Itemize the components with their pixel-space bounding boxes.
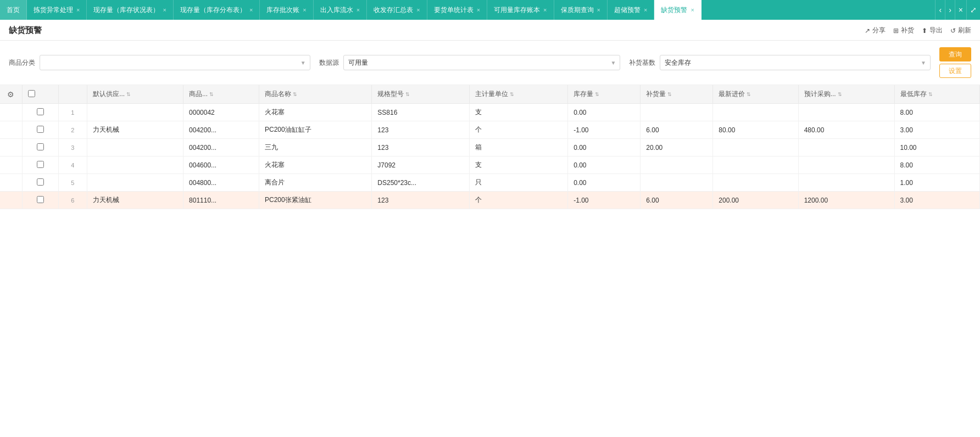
product-name-column-header[interactable]: 商品名称 ⇅: [259, 85, 372, 104]
replenish-select[interactable]: 安全库存 最低库存: [660, 55, 931, 70]
unit-column-header[interactable]: 主计量单位 ⇅: [470, 85, 568, 104]
spec-column-header[interactable]: 规格型号 ⇅: [372, 85, 470, 104]
row-gear-cell: [0, 121, 22, 139]
settings-button[interactable]: 设置: [939, 64, 971, 78]
row-product-name: 火花塞: [259, 104, 372, 121]
row-checkbox[interactable]: [37, 108, 44, 115]
checkbox-column-header: [22, 85, 58, 104]
tab-available-ledger[interactable]: 可用量库存账本 ×: [487, 0, 554, 20]
row-checkbox[interactable]: [37, 178, 44, 186]
row-product-code: 004200...: [183, 121, 259, 139]
close-icon[interactable]: ×: [477, 7, 480, 13]
row-number: 3: [58, 139, 87, 156]
select-all-checkbox[interactable]: [28, 90, 35, 97]
category-select[interactable]: [40, 55, 310, 70]
row-checkbox[interactable]: [37, 126, 44, 133]
close-icon[interactable]: ×: [76, 7, 80, 13]
tab-requisition-stats[interactable]: 要货单统计表 ×: [427, 0, 487, 20]
gear-column-header: ⚙: [0, 85, 22, 104]
tab-close-all[interactable]: ×: [955, 0, 966, 20]
tab-expiry-query[interactable]: 保质期查询 ×: [554, 0, 608, 20]
row-estimated-purchase: 480.00: [798, 121, 894, 139]
row-product-name: 三九: [259, 139, 372, 156]
close-icon[interactable]: ×: [597, 7, 600, 13]
close-icon[interactable]: ×: [163, 7, 166, 13]
row-min-stock: 3.00: [894, 121, 980, 139]
min-stock-column-header[interactable]: 最低库存 ⇅: [894, 85, 980, 104]
table-header-row: ⚙ 默认供应... ⇅ 商品...: [0, 85, 980, 104]
close-icon[interactable]: ×: [357, 7, 360, 13]
row-default-supplier: 力天机械: [87, 192, 183, 209]
row-checkbox[interactable]: [37, 196, 44, 203]
row-checkbox-cell: [22, 174, 58, 192]
row-num-column-header: [58, 85, 87, 104]
restock-button[interactable]: ⊞ 补货: [893, 26, 914, 35]
close-icon[interactable]: ×: [249, 7, 253, 13]
replenish-select-wrapper: 安全库存 最低库存 ▼: [660, 55, 931, 70]
page-header: 缺货预警 ↗ 分享 ⊞ 补货 ⬆ 导出 ↺ 刷新: [0, 20, 980, 41]
query-button[interactable]: 查询: [939, 47, 971, 61]
sort-icon: ⇅: [405, 92, 410, 97]
row-stock-qty: 0.00: [568, 156, 641, 174]
close-icon[interactable]: ×: [416, 7, 420, 13]
row-default-supplier: [87, 104, 183, 121]
row-checkbox-cell: [22, 156, 58, 174]
row-checkbox-cell: [22, 104, 58, 121]
tab-scroll-right[interactable]: ›: [945, 0, 955, 20]
table-row: 3 004200... 三九 123 箱 0.00 20.00 10.00: [0, 139, 980, 156]
tab-stock-status[interactable]: 现存量（库存状况表） ×: [87, 0, 173, 20]
product-code-column-header[interactable]: 商品... ⇅: [183, 85, 259, 104]
row-replenish-qty: [641, 104, 713, 121]
tab-receive-summary[interactable]: 收发存汇总表 ×: [367, 0, 427, 20]
row-replenish-qty: 6.00: [641, 192, 713, 209]
replenish-qty-column-header[interactable]: 补货量 ⇅: [641, 85, 713, 104]
latest-price-column-header[interactable]: 最新进价 ⇅: [713, 85, 798, 104]
row-unit: 个: [470, 121, 568, 139]
shortage-warning-table: ⚙ 默认供应... ⇅ 商品...: [0, 85, 980, 209]
tab-home[interactable]: 首页: [0, 0, 27, 20]
row-unit: 个: [470, 192, 568, 209]
datasource-select[interactable]: 可用量 库存量: [343, 55, 621, 70]
export-button[interactable]: ⬆ 导出: [922, 26, 943, 35]
tab-inout-flow[interactable]: 出入库流水 ×: [314, 0, 367, 20]
tab-shortage-warning[interactable]: 缺货预警 ×: [654, 0, 701, 20]
export-icon: ⬆: [922, 27, 927, 35]
row-product-name: PC200油缸缸子: [259, 121, 372, 139]
row-default-supplier: [87, 174, 183, 192]
row-checkbox[interactable]: [37, 161, 44, 168]
close-icon[interactable]: ×: [543, 7, 547, 13]
tab-stock-distribution[interactable]: 现存量（库存分布表） ×: [174, 0, 260, 20]
default-supplier-column-header[interactable]: 默认供应... ⇅: [87, 85, 183, 104]
tab-scroll-left[interactable]: ‹: [935, 0, 945, 20]
row-gear-cell: [0, 156, 22, 174]
close-icon[interactable]: ×: [303, 7, 306, 13]
row-replenish-qty: 6.00: [641, 121, 713, 139]
row-stock-qty: 0.00: [568, 139, 641, 156]
row-checkbox[interactable]: [37, 143, 44, 150]
row-number: 4: [58, 156, 87, 174]
table-container: ⚙ 默认供应... ⇅ 商品...: [0, 85, 980, 209]
tab-overstock-warning[interactable]: 超储预警 ×: [608, 0, 654, 20]
sort-icon: ⇅: [667, 92, 672, 97]
stock-qty-column-header[interactable]: 库存量 ⇅: [568, 85, 641, 104]
sort-icon: ⇅: [209, 92, 214, 97]
row-default-supplier: [87, 139, 183, 156]
tab-expand[interactable]: ⤢: [966, 0, 980, 20]
close-icon[interactable]: ×: [644, 7, 647, 13]
gear-icon[interactable]: ⚙: [7, 90, 14, 99]
share-button[interactable]: ↗ 分享: [865, 26, 886, 35]
row-default-supplier: [87, 156, 183, 174]
tab-picking-exception[interactable]: 拣货异常处理 ×: [27, 0, 87, 20]
row-stock-qty: 0.00: [568, 174, 641, 192]
close-icon[interactable]: ×: [691, 7, 694, 13]
row-min-stock: 10.00: [894, 139, 980, 156]
row-spec: DS250*23c...: [372, 174, 470, 192]
row-product-code: 004800...: [183, 174, 259, 192]
sort-icon: ⇅: [510, 92, 514, 97]
row-latest-price: 80.00: [713, 121, 798, 139]
estimated-purchase-column-header[interactable]: 预计采购... ⇅: [798, 85, 894, 104]
tab-batch-account[interactable]: 库存批次账 ×: [260, 0, 313, 20]
refresh-button[interactable]: ↺ 刷新: [950, 26, 971, 35]
tab-bar: 首页 拣货异常处理 × 现存量（库存状况表） × 现存量（库存分布表） × 库存…: [0, 0, 980, 20]
table-row: 2 力天机械 004200... PC200油缸缸子 123 个 -1.00 6…: [0, 121, 980, 139]
